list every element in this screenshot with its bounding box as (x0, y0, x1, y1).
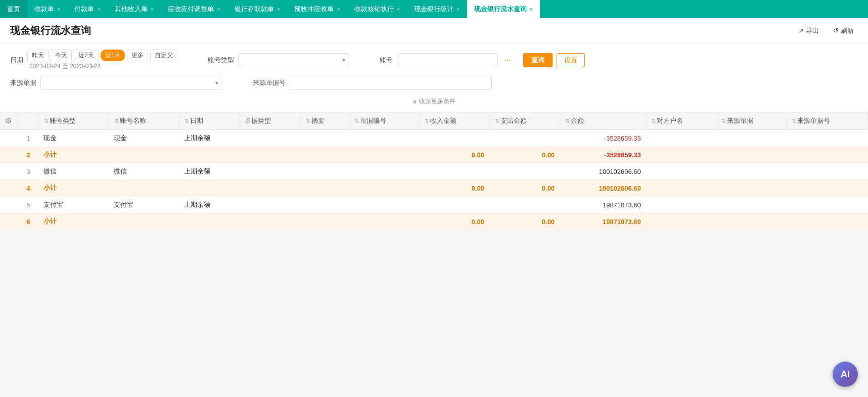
source-doc-filter-group: 来源单据 ▾ (10, 76, 222, 90)
nav-cash-flow-close[interactable]: × (530, 0, 533, 18)
col-header-balance[interactable]: ⇅余额 (560, 112, 646, 130)
sort-account-name-icon: ⇅ (114, 118, 119, 124)
date-btn-today[interactable]: 今天 (51, 50, 72, 61)
date-btn-7days[interactable]: 近7天 (74, 50, 99, 61)
col-header-date[interactable]: ⇅日期 (179, 112, 239, 130)
nav-receipt-exec-close[interactable]: × (397, 0, 400, 18)
source-doc-num-label: 来源单据号 (253, 78, 286, 87)
nav-other-income-close[interactable]: × (151, 0, 154, 18)
row-source-doc-cell (716, 180, 787, 197)
col-header-counterpart[interactable]: ⇅对方户名 (646, 112, 716, 130)
export-label: 导出 (806, 26, 819, 35)
nav-cash-flow[interactable]: 现金银行流水查询 × (467, 0, 540, 18)
table-row: 6 小计 0.00 0.00 19871073.60 (0, 213, 868, 230)
date-btn-more[interactable]: 更多 (127, 50, 148, 61)
row-counterpart-cell (646, 213, 716, 230)
col-header-source-doc[interactable]: ⇅来源单据 (716, 112, 787, 130)
row-source-doc-cell (716, 213, 787, 230)
col-header-account-name[interactable]: ⇅账号名称 (109, 112, 179, 130)
nav-ar-ap-adjust[interactable]: 应收应付调整单 × (161, 0, 227, 18)
nav-cash-stats[interactable]: 现金银行统计 × (407, 0, 467, 18)
sort-doc-no-icon: ⇅ (354, 118, 359, 124)
row-num-cell: 4 (18, 180, 38, 197)
row-doc-type-cell (239, 147, 300, 163)
nav-ar-ap-adjust-close[interactable]: × (217, 0, 220, 18)
nav-receipt-exec[interactable]: 收款核销执行 × (347, 0, 407, 18)
export-button[interactable]: ↗ 导出 (794, 24, 823, 37)
row-balance-cell: 100102606.60 (560, 180, 646, 197)
table-row: 1 现金 现金 上期余额 -3528659.33 (0, 130, 868, 147)
row-summary-cell (300, 213, 349, 230)
table-body: 1 现金 现金 上期余额 -3528659.33 2 小计 0.00 0.00 … (0, 130, 868, 230)
nav-receipt-close[interactable]: × (57, 0, 60, 18)
table-settings-icon[interactable]: ⚙ (5, 116, 12, 125)
col-header-income[interactable]: ⇅收入金额 (419, 112, 489, 130)
row-settings-cell (0, 197, 18, 213)
row-summary-cell (300, 197, 349, 213)
page-header: 现金银行流水查询 ↗ 导出 ↺ 刷新 (0, 18, 868, 43)
row-expense-cell: 0.00 (489, 213, 560, 230)
collapse-bar: ∧ 收起更多条件 (10, 95, 858, 108)
row-counterpart-cell (646, 180, 716, 197)
settings-button[interactable]: 设置 (557, 53, 585, 67)
nav-bank-deposit-close[interactable]: × (277, 0, 280, 18)
nav-cash-stats-close[interactable]: × (456, 0, 460, 18)
col-header-doc-type[interactable]: 单据类型 (239, 112, 300, 130)
row-balance-cell: 19871073.60 (560, 213, 646, 230)
col-header-doc-no[interactable]: ⇅单据编号 (349, 112, 419, 130)
sort-source-doc-no-icon: ⇅ (792, 118, 796, 124)
date-btn-1month[interactable]: 近1月 (101, 50, 125, 61)
row-settings-cell (0, 147, 18, 163)
row-summary-cell (300, 163, 349, 180)
account-type-label: 账号类型 (208, 56, 234, 65)
row-account-name-cell: 支付宝 (109, 197, 179, 213)
account-input[interactable] (397, 53, 498, 67)
nav-other-income-label: 其他收入单 (115, 0, 148, 18)
account-type-select[interactable] (238, 53, 349, 67)
nav-payment[interactable]: 付款单 × (67, 0, 107, 18)
row-doc-type-cell (239, 197, 300, 213)
nav-prepay-label: 预收冲应收单 (294, 0, 334, 18)
row-account-name-cell (109, 147, 179, 163)
filter-area: 日期 昨天 今天 近7天 近1月 更多 自定义 2023-02-24 至 202… (0, 43, 868, 112)
date-btn-custom[interactable]: 自定义 (150, 50, 177, 61)
col-header-account-type[interactable]: ⇅账号类型 (38, 112, 109, 130)
date-filter-group: 日期 昨天 今天 近7天 近1月 更多 自定义 2023-02-24 至 202… (10, 50, 177, 71)
row-num-cell: 2 (18, 147, 38, 163)
account-type-select-wrapper: ▾ (238, 53, 349, 67)
col-header-source-doc-no[interactable]: ⇅来源单据号 (787, 112, 868, 130)
action-buttons-group: 查询 设置 (523, 53, 585, 67)
row-doc-no-cell (349, 163, 419, 180)
nav-ar-ap-adjust-label: 应收应付调整单 (168, 0, 214, 18)
row-settings-cell (0, 163, 18, 180)
nav-prepay[interactable]: 预收冲应收单 × (287, 0, 347, 18)
filter-row-1: 日期 昨天 今天 近7天 近1月 更多 自定义 2023-02-24 至 202… (10, 50, 858, 71)
date-btn-yesterday[interactable]: 昨天 (27, 50, 49, 61)
source-doc-select[interactable] (40, 76, 222, 90)
nav-home[interactable]: 首页 (0, 0, 27, 18)
row-source-doc-cell (716, 197, 787, 213)
collapse-button[interactable]: ∧ 收起更多条件 (413, 97, 455, 106)
row-account-type-cell: 现金 (38, 130, 109, 147)
source-doc-select-wrapper: ▾ (40, 76, 222, 90)
date-filter-label: 日期 (10, 56, 23, 65)
refresh-button[interactable]: ↺ 刷新 (829, 24, 858, 37)
nav-payment-label: 付款单 (74, 0, 94, 18)
row-summary-cell (300, 130, 349, 147)
source-doc-num-input[interactable] (290, 76, 492, 90)
row-source-doc-no-cell (787, 130, 868, 147)
nav-other-income[interactable]: 其他收入单 × (108, 0, 161, 18)
sort-source-doc-icon: ⇅ (721, 118, 726, 124)
col-header-expense[interactable]: ⇅支出金额 (489, 112, 560, 130)
nav-prepay-close[interactable]: × (337, 0, 340, 18)
collapse-up-icon: ∧ (413, 98, 417, 105)
refresh-label: 刷新 (841, 26, 854, 35)
col-header-summary[interactable]: ⇅摘要 (300, 112, 349, 130)
nav-payment-close[interactable]: × (97, 0, 100, 18)
nav-receipt[interactable]: 收款单 × (27, 0, 67, 18)
account-dots-button[interactable]: ··· (502, 56, 513, 65)
nav-bank-deposit[interactable]: 银行存取款单 × (227, 0, 287, 18)
query-button[interactable]: 查询 (523, 53, 553, 67)
row-income-cell (419, 197, 489, 213)
sort-counterpart-icon: ⇅ (651, 118, 656, 124)
